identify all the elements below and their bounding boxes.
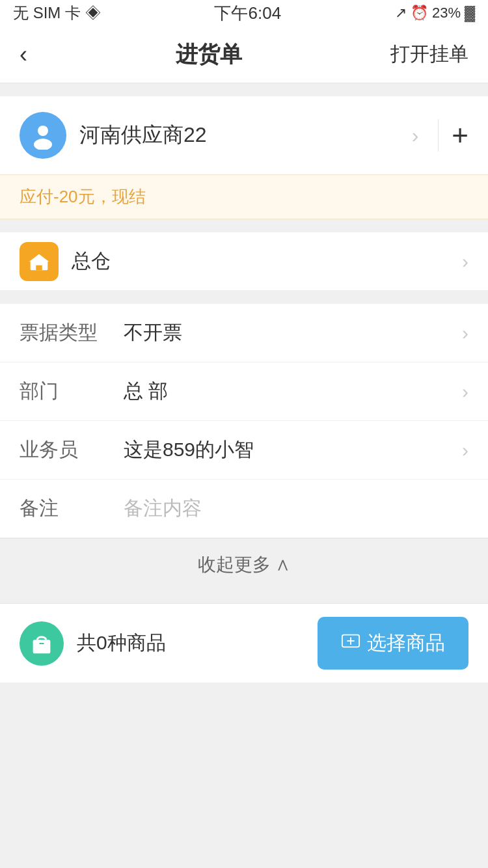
svg-rect-4 <box>36 265 42 270</box>
invoice-type-chevron-icon: › <box>462 322 468 344</box>
department-chevron-icon: › <box>462 381 468 403</box>
notice-bar: 应付-20元，现结 <box>0 174 488 219</box>
remark-label: 备注 <box>20 495 124 522</box>
warehouse-name: 总仓 <box>72 248 462 275</box>
status-bar: 无 SIM 卡 ◈ 下午6:04 ↗ ⏰ 23% ▓ <box>0 0 488 26</box>
product-icon <box>20 621 64 666</box>
fields-section: 票据类型 不开票 › 部门 总 部 › 业务员 这是859的小智 › 备注 备注… <box>0 304 488 538</box>
section-gap-3 <box>0 291 488 304</box>
back-button[interactable]: ‹ <box>20 41 27 68</box>
add-supplier-button[interactable]: + <box>452 121 468 150</box>
invoice-type-row[interactable]: 票据类型 不开票 › <box>0 304 488 362</box>
invoice-type-value: 不开票 <box>124 319 462 346</box>
svg-marker-3 <box>29 254 49 261</box>
warehouse-chevron-icon: › <box>462 251 468 273</box>
divider <box>438 119 439 152</box>
supplier-name: 河南供应商22 <box>79 121 412 150</box>
supplier-row[interactable]: 河南供应商22 › + <box>0 96 488 174</box>
salesperson-row[interactable]: 业务员 这是859的小智 › <box>0 421 488 480</box>
bottom-bar: 共0种商品 选择商品 <box>0 603 488 683</box>
section-gap-1 <box>0 83 488 96</box>
supplier-section: 河南供应商22 › + 应付-20元，现结 <box>0 96 488 219</box>
salesperson-label: 业务员 <box>20 437 124 463</box>
location-icon: ↗ <box>395 5 407 21</box>
section-gap-2 <box>0 219 488 232</box>
open-pending-button[interactable]: 打开挂单 <box>390 41 468 68</box>
remark-row[interactable]: 备注 备注内容 <box>0 480 488 538</box>
department-label: 部门 <box>20 378 124 405</box>
section-gap-4 <box>0 590 488 603</box>
warehouse-icon <box>20 242 59 281</box>
status-time: 下午6:04 <box>214 2 281 25</box>
select-product-button[interactable]: 选择商品 <box>318 617 468 670</box>
salesperson-value: 这是859的小智 <box>124 437 462 463</box>
product-count: 共0种商品 <box>77 630 318 657</box>
salesperson-chevron-icon: › <box>462 439 468 461</box>
warehouse-row[interactable]: 总仓 › <box>0 232 488 291</box>
invoice-type-label: 票据类型 <box>20 319 124 346</box>
status-right: ↗ ⏰ 23% ▓ <box>395 5 475 21</box>
select-product-label: 选择商品 <box>367 630 445 657</box>
supplier-chevron-icon: › <box>412 124 419 148</box>
svg-point-0 <box>38 126 48 136</box>
remark-value[interactable]: 备注内容 <box>124 495 468 522</box>
nav-bar: ‹ 进货单 打开挂单 <box>0 26 488 83</box>
select-product-icon <box>341 631 360 655</box>
sim-status: 无 SIM 卡 ◈ <box>13 3 101 23</box>
battery-icon: ▓ <box>465 5 475 21</box>
alarm-icon: ⏰ <box>411 5 428 21</box>
battery-text: 23% <box>432 5 461 21</box>
department-value: 总 部 <box>124 378 462 405</box>
page-title: 进货单 <box>176 40 242 70</box>
supplier-avatar <box>20 112 66 159</box>
department-row[interactable]: 部门 总 部 › <box>0 362 488 421</box>
svg-point-1 <box>34 139 52 150</box>
status-left: 无 SIM 卡 ◈ <box>13 3 101 23</box>
svg-rect-6 <box>39 643 44 644</box>
collapse-button[interactable]: 收起更多 ∧ <box>0 538 488 590</box>
svg-rect-5 <box>33 640 51 653</box>
